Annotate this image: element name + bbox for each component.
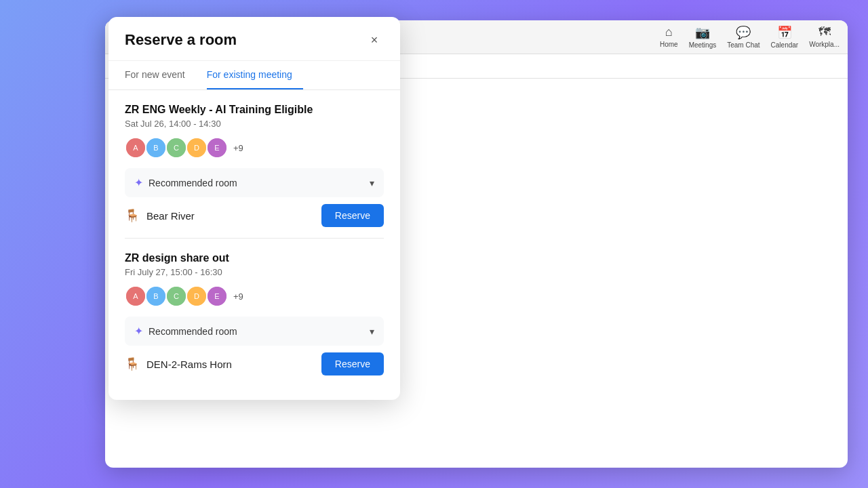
avatar-1: A: [125, 137, 146, 159]
modal-tabs: For new event For existing meeting: [108, 61, 400, 90]
meeting-2-name: ZR design share out: [125, 252, 384, 264]
workplace-label: Workpla...: [809, 41, 840, 48]
teamchat-label: Team Chat: [727, 41, 760, 49]
avatar-2-3: C: [165, 285, 187, 307]
meeting-1-extra-count: +9: [233, 143, 243, 153]
meeting-1-room-info: 🪑 Bear River: [125, 208, 195, 223]
avatar-2-5: E: [206, 285, 228, 307]
meeting-2-avatars: A B C D E +9: [125, 285, 384, 307]
toolbar-calendar[interactable]: 📅 Calendar: [771, 25, 799, 49]
toolbar-workplace[interactable]: 🗺 Workpla...: [809, 25, 840, 49]
meeting-2-extra-count: +9: [233, 291, 243, 302]
avatar-2-2: B: [145, 285, 167, 307]
meetings-label: Meetings: [689, 41, 717, 49]
meeting-2-recommended-section: ✦ Recommended room ▾: [125, 317, 384, 346]
modal-close-button[interactable]: ×: [365, 30, 384, 49]
chevron-down-icon-1: ▾: [370, 178, 374, 188]
meeting-1-reserve-button[interactable]: Reserve: [321, 204, 384, 227]
meeting-1-room-row: 🪑 Bear River Reserve: [125, 204, 384, 227]
meeting-1-room-name: Bear River: [146, 210, 195, 222]
toolbar-teamchat[interactable]: 💬 Team Chat: [727, 25, 760, 49]
sparkle-icon-2: ✦: [134, 325, 143, 338]
avatar-2: B: [145, 137, 167, 159]
workplace-icon: 🗺: [818, 25, 831, 39]
avatar-2-1: A: [125, 285, 146, 307]
home-label: Home: [660, 41, 678, 48]
meeting-item-2: ZR design share out Fri July 27, 15:00 -…: [125, 238, 384, 375]
room-furniture-icon-1: 🪑: [125, 208, 140, 223]
recommended-label-row-1: ✦ Recommended room: [134, 176, 237, 189]
tab-existing-meeting[interactable]: For existing meeting: [207, 61, 303, 89]
calendar-label: Calendar: [771, 41, 799, 49]
meeting-2-time: Fri July 27, 15:00 - 16:30: [125, 267, 384, 277]
meeting-2-reserve-button[interactable]: Reserve: [321, 352, 384, 375]
toolbar-icons: ⌂ Home 📷 Meetings 💬 Team Chat 📅 Calendar…: [660, 25, 840, 49]
meetings-icon: 📷: [695, 25, 710, 40]
modal-title: Reserve a room: [125, 31, 237, 49]
meeting-1-recommended-header[interactable]: ✦ Recommended room ▾: [134, 176, 374, 189]
reserve-room-modal: Reserve a room × For new event For exist…: [108, 17, 400, 400]
meeting-2-room-row: 🪑 DEN-2-Rams Horn Reserve: [125, 352, 384, 375]
room-furniture-icon-2: 🪑: [125, 357, 140, 371]
toolbar-meetings[interactable]: 📷 Meetings: [689, 25, 717, 49]
recommended-label-row-2: ✦ Recommended room: [134, 325, 237, 338]
meeting-1-time: Sat Jul 26, 14:00 - 14:30: [125, 119, 384, 129]
avatar-3: C: [165, 137, 187, 159]
avatar-5: E: [206, 137, 228, 159]
meeting-item-1: ZR ENG Weekly - AI Training Eligible Sat…: [125, 104, 384, 227]
meeting-1-recommended-section: ✦ Recommended room ▾: [125, 168, 384, 197]
meeting-1-avatars: A B C D E +9: [125, 137, 384, 159]
chevron-down-icon-2: ▾: [370, 326, 374, 337]
avatar-2-4: D: [186, 285, 208, 307]
meeting-2-recommended-label: Recommended room: [149, 326, 237, 337]
teamchat-icon: 💬: [736, 25, 751, 40]
modal-header: Reserve a room ×: [108, 17, 400, 61]
meeting-1-name: ZR ENG Weekly - AI Training Eligible: [125, 104, 384, 116]
modal-body: ZR ENG Weekly - AI Training Eligible Sat…: [108, 90, 400, 400]
toolbar-home[interactable]: ⌂ Home: [660, 25, 678, 49]
tab-new-event[interactable]: For new event: [125, 61, 196, 89]
meeting-2-room-name: DEN-2-Rams Horn: [146, 359, 232, 370]
meeting-2-room-info: 🪑 DEN-2-Rams Horn: [125, 357, 232, 371]
meeting-1-recommended-label: Recommended room: [149, 178, 237, 188]
calendar-icon: 📅: [777, 25, 792, 40]
sparkle-icon-1: ✦: [134, 176, 143, 189]
avatar-4: D: [186, 137, 208, 159]
meeting-2-recommended-header[interactable]: ✦ Recommended room ▾: [134, 325, 374, 338]
home-icon: ⌂: [665, 25, 673, 39]
